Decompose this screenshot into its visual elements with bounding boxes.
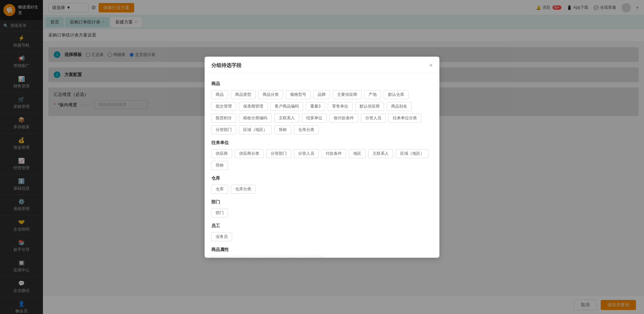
field-grid-department: 部门: [211, 208, 433, 217]
field-tag[interactable]: 主要供应商: [333, 90, 362, 99]
field-tag[interactable]: 商品别名: [387, 102, 412, 111]
field-tag[interactable]: 简称: [274, 125, 291, 134]
field-tag[interactable]: 批次管理: [211, 102, 236, 111]
field-tag[interactable]: 重量3: [306, 102, 325, 111]
field-tag[interactable]: 简称: [211, 161, 228, 170]
field-grid-product: 商品商品类型商品分类规格型号品牌主要供应商产地默认仓库批次管理保质期管理客户商品…: [211, 90, 433, 134]
dialog-header: 分组待选字段 ×: [205, 57, 439, 73]
field-tag[interactable]: 保质期管理: [239, 102, 268, 111]
field-tag[interactable]: 收付款条件: [329, 114, 358, 123]
dialog-body[interactable]: 商品商品商品类型商品分类规格型号品牌主要供应商产地默认仓库批次管理保质期管理客户…: [205, 73, 439, 258]
field-tag[interactable]: 商品类型: [231, 90, 256, 99]
field-tag[interactable]: 多规格: [250, 256, 271, 258]
field-grid-partner: 供应商供应商分类分管部门分管人员付款条件地区主联系人区域（地区）简称: [211, 149, 433, 170]
field-tag[interactable]: 零售单位: [328, 102, 353, 111]
field-tag[interactable]: 分管人员: [361, 114, 386, 123]
section-title-employee: 员工: [211, 223, 433, 229]
field-tag[interactable]: 属性: [211, 256, 228, 258]
field-tag[interactable]: 区域（地区）: [396, 149, 429, 158]
section-title-product: 商品: [211, 81, 433, 87]
field-tag[interactable]: 付款条件: [321, 149, 346, 158]
field-tag[interactable]: 产地: [364, 90, 381, 99]
field-tag[interactable]: 业务员: [211, 232, 232, 241]
field-tag[interactable]: 尺码: [274, 256, 290, 258]
field-tag[interactable]: 仓库: [211, 185, 228, 194]
field-tag[interactable]: 分管部门: [211, 125, 236, 134]
dialog-title: 分组待选字段: [211, 62, 241, 69]
overlay: 分组待选字段 × 商品商品商品类型商品分类规格型号品牌主要供应商产地默认仓库批次…: [0, 0, 644, 314]
field-tag[interactable]: 商品: [211, 90, 228, 99]
dialog: 分组待选字段 × 商品商品商品类型商品分类规格型号品牌主要供应商产地默认仓库批次…: [205, 57, 439, 258]
field-grid-product-attr: 属性颜色多规格尺码鞋码1: [211, 256, 433, 258]
section-title-partner: 往来单位: [211, 140, 433, 146]
field-grid-employee: 业务员: [211, 232, 433, 241]
field-tag[interactable]: 地区: [349, 149, 366, 158]
close-icon[interactable]: ×: [429, 62, 433, 69]
field-tag[interactable]: 默认仓库: [384, 90, 409, 99]
section-title-department: 部门: [211, 199, 433, 205]
field-tag[interactable]: 品牌: [313, 90, 330, 99]
field-tag[interactable]: 部门: [211, 208, 228, 217]
field-tag[interactable]: 供应商: [211, 149, 232, 158]
field-tag[interactable]: 结算单位: [302, 114, 327, 123]
field-tag[interactable]: 仓库分类: [231, 185, 256, 194]
field-tag[interactable]: 商品分类: [258, 90, 283, 99]
field-tag[interactable]: 往来单位分类: [388, 114, 421, 123]
field-tag[interactable]: 客户商品编码: [270, 102, 303, 111]
field-tag[interactable]: 主联系人: [368, 149, 393, 158]
field-tag[interactable]: 供应商分类: [235, 149, 264, 158]
section-title-product-attr: 商品属性: [211, 247, 433, 253]
field-tag[interactable]: 分管部门: [266, 149, 291, 158]
section-title-warehouse: 仓库: [211, 175, 433, 181]
field-grid-warehouse: 仓库仓库分类: [211, 185, 433, 194]
field-tag[interactable]: 鞋码: [293, 256, 310, 258]
field-tag[interactable]: 默认供应商: [355, 102, 384, 111]
field-tag[interactable]: 区域（地区）: [239, 125, 272, 134]
field-tag[interactable]: 分管人员: [294, 149, 319, 158]
field-tag[interactable]: 颜色: [231, 256, 248, 258]
field-tag[interactable]: 仓库分类: [294, 125, 319, 134]
field-tag[interactable]: 规格型号: [286, 90, 311, 99]
field-tag[interactable]: 税收分类编码: [239, 114, 272, 123]
field-tag[interactable]: 拣货积分: [211, 114, 236, 123]
field-tag[interactable]: 主联系人: [274, 114, 299, 123]
field-tag[interactable]: 1: [313, 256, 324, 258]
